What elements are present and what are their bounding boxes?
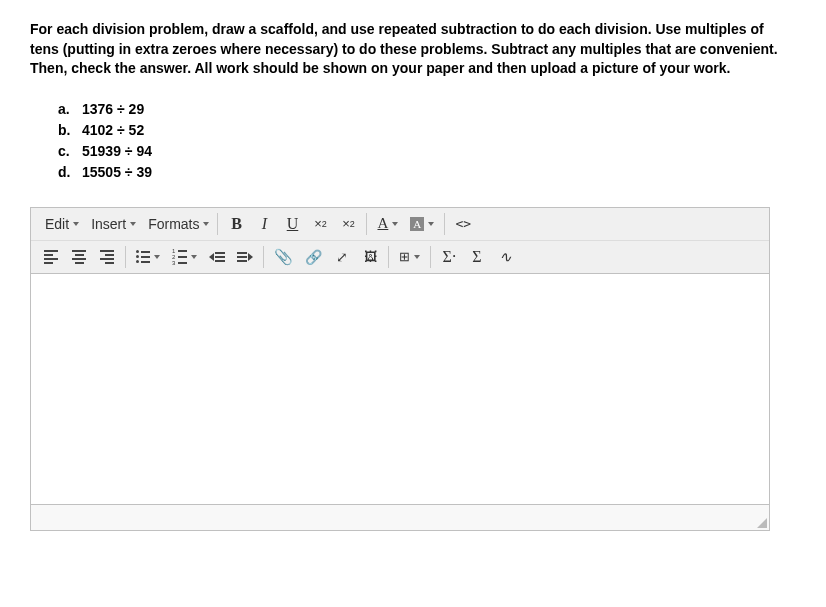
outdent-button[interactable] (203, 243, 231, 271)
problem-expression: 1376 ÷ 29 (82, 99, 144, 120)
problem-letter: c. (58, 141, 82, 162)
caret-icon (73, 222, 79, 226)
equation-insert-button[interactable]: Σ (435, 243, 463, 271)
problem-letter: d. (58, 162, 82, 183)
bullet-list-icon (136, 250, 150, 263)
insert-menu[interactable]: Insert (83, 210, 140, 238)
separator (388, 246, 389, 268)
code-button[interactable]: <> (449, 210, 477, 238)
rich-text-editor: Edit Insert Formats B I U ×2 ×2 A A <> 1… (30, 207, 770, 531)
align-left-button[interactable] (37, 243, 65, 271)
caret-icon (392, 222, 398, 226)
text-color-button[interactable]: A (371, 210, 404, 238)
image-button[interactable]: 🖼 (356, 243, 384, 271)
numbered-list-button[interactable]: 123 (166, 243, 203, 271)
problem-expression: 4102 ÷ 52 (82, 120, 144, 141)
problem-a: a. 1376 ÷ 29 (58, 99, 796, 120)
table-button[interactable]: ⊞ (393, 243, 426, 271)
outdent-icon (209, 252, 225, 262)
separator (430, 246, 431, 268)
problem-list: a. 1376 ÷ 29 b. 4102 ÷ 52 c. 51939 ÷ 94 … (58, 99, 796, 183)
italic-button[interactable]: I (250, 210, 278, 238)
highlight-color-button[interactable]: A (404, 210, 440, 238)
problem-letter: a. (58, 99, 82, 120)
problem-expression: 15505 ÷ 39 (82, 162, 152, 183)
separator (263, 246, 264, 268)
caret-icon (414, 255, 420, 259)
problem-letter: b. (58, 120, 82, 141)
align-right-button[interactable] (93, 243, 121, 271)
caret-icon (428, 222, 434, 226)
editor-statusbar (31, 504, 769, 530)
bold-button[interactable]: B (222, 210, 250, 238)
problem-b: b. 4102 ÷ 52 (58, 120, 796, 141)
caret-icon (154, 255, 160, 259)
instructions-text: For each division problem, draw a scaffo… (30, 20, 796, 79)
align-center-icon (72, 250, 86, 264)
align-right-icon (100, 250, 114, 264)
separator (444, 213, 445, 235)
indent-icon (237, 252, 253, 262)
bullet-list-button[interactable] (130, 243, 166, 271)
caret-icon (191, 255, 197, 259)
separator (366, 213, 367, 235)
editor-content-area[interactable] (31, 274, 769, 504)
underline-button[interactable]: U (278, 210, 306, 238)
special-char-button[interactable]: ∿ (491, 243, 519, 271)
problem-expression: 51939 ÷ 94 (82, 141, 152, 162)
separator (217, 213, 218, 235)
editor-toolbar: Edit Insert Formats B I U ×2 ×2 A A <> 1… (31, 208, 769, 274)
align-center-button[interactable] (65, 243, 93, 271)
edit-menu[interactable]: Edit (37, 210, 83, 238)
problem-c: c. 51939 ÷ 94 (58, 141, 796, 162)
formats-menu[interactable]: Formats (140, 210, 213, 238)
resize-handle-icon[interactable] (757, 518, 767, 528)
link-button[interactable]: 🔗 (299, 243, 328, 271)
indent-button[interactable] (231, 243, 259, 271)
problem-d: d. 15505 ÷ 39 (58, 162, 796, 183)
numbered-list-icon: 123 (172, 249, 187, 265)
attachment-button[interactable]: 📎 (268, 243, 299, 271)
align-left-icon (44, 250, 58, 264)
subscript-button[interactable]: ×2 (306, 210, 334, 238)
toolbar-row-1: Edit Insert Formats B I U ×2 ×2 A A <> (31, 208, 769, 240)
equation-button[interactable]: Σ (463, 243, 491, 271)
superscript-button[interactable]: ×2 (334, 210, 362, 238)
caret-icon (130, 222, 136, 226)
caret-icon (203, 222, 209, 226)
toolbar-row-2: 123 📎 🔗 ⤢ 🖼 ⊞ Σ Σ ∿ (31, 240, 769, 273)
unlink-button[interactable]: ⤢ (328, 243, 356, 271)
separator (125, 246, 126, 268)
